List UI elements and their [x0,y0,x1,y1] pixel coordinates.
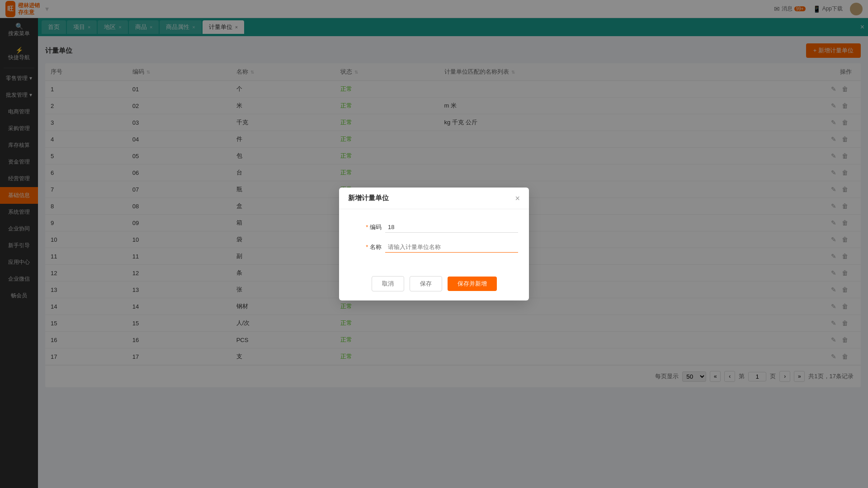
modal-header: 新增计量单位 × [339,188,529,209]
modal-close-button[interactable]: × [515,194,520,202]
cancel-button[interactable]: 取消 [372,276,404,291]
modal-body: 编码 名称 [339,209,529,271]
form-row-code: 编码 [350,222,518,233]
code-label: 编码 [350,223,382,231]
modal-title: 新增计量单位 [348,194,389,202]
form-row-name: 名称 [350,242,518,253]
save-button[interactable]: 保存 [410,276,442,291]
modal-overlay[interactable]: 新增计量单位 × 编码 名称 取消 保存 保存并新增 [0,0,868,488]
save-and-new-button[interactable]: 保存并新增 [448,277,497,291]
name-label: 名称 [350,243,382,251]
code-input[interactable] [385,222,518,233]
modal-footer: 取消 保存 保存并新增 [339,271,529,300]
add-unit-modal: 新增计量单位 × 编码 名称 取消 保存 保存并新增 [339,188,529,300]
name-input[interactable] [385,242,518,253]
